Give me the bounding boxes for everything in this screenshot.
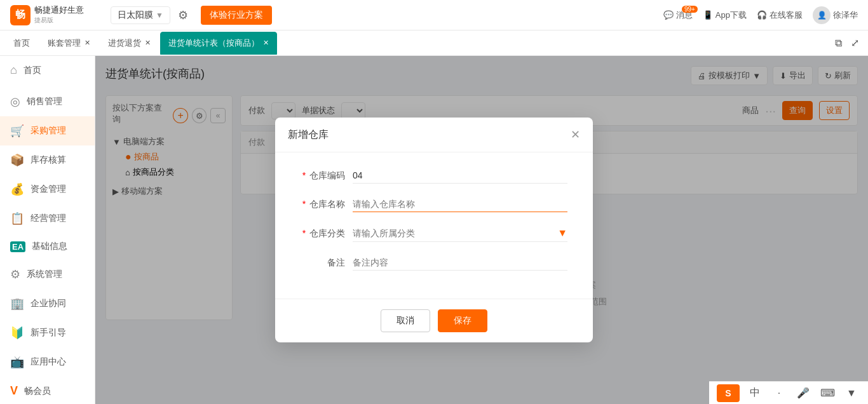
tab-accounts-label: 账套管理 bbox=[48, 37, 81, 49]
messages-badge: 99+ bbox=[682, 6, 698, 13]
home-icon: ⌂ bbox=[10, 64, 17, 77]
sidebar-label-apps: 应用中心 bbox=[31, 356, 66, 368]
modal-body: * 仓库编码 * 仓库名称 bbox=[275, 152, 593, 299]
tab-home-label: 首页 bbox=[13, 37, 30, 49]
main-layout: ⌂ 首页 ◎ 销售管理 🛒 采购管理 📦 库存核算 💰 资金管理 📋 经营管理 … bbox=[0, 56, 868, 404]
sidebar-item-home[interactable]: ⌂ 首页 bbox=[0, 56, 95, 84]
sidebar-label-finance: 资金管理 bbox=[31, 184, 66, 195]
modal-new-warehouse: 新增仓库 ✕ * 仓库编码 * bbox=[275, 118, 593, 342]
tab-expand-btn[interactable]: ⤢ bbox=[847, 37, 863, 49]
sidebar-item-purchase[interactable]: 🛒 采购管理 bbox=[0, 116, 95, 145]
arrow-down-icon[interactable]: ▼ bbox=[843, 384, 860, 402]
save-btn[interactable]: 保存 bbox=[438, 309, 487, 332]
sidebar-label-system: 系统管理 bbox=[27, 269, 62, 280]
finance-icon: 💰 bbox=[10, 182, 24, 196]
tab-purchase-return[interactable]: 进货退货 ✕ bbox=[100, 32, 159, 55]
sidebar-label-purchase: 采购管理 bbox=[31, 125, 66, 137]
required-star: * bbox=[302, 170, 306, 180]
basic-icon: EA bbox=[10, 241, 25, 252]
dot-icon[interactable]: · bbox=[770, 384, 788, 402]
sales-icon: ◎ bbox=[10, 95, 20, 109]
category-input[interactable] bbox=[353, 228, 557, 238]
sidebar-item-sales[interactable]: ◎ 销售管理 bbox=[0, 87, 95, 116]
logo-line2: 捷易版 bbox=[34, 16, 84, 25]
keyboard-icon[interactable]: ⌨ bbox=[818, 384, 836, 402]
message-icon: 💬 bbox=[663, 10, 674, 20]
store-selector[interactable]: 日太阳膜 ▼ bbox=[111, 6, 170, 24]
category-select-wrapper: ▼ bbox=[353, 225, 567, 242]
tab-bar: 首页 账套管理 ✕ 进货退货 ✕ 进货单统计表（按商品） ✕ ⧉ ⤢ bbox=[0, 30, 868, 56]
sidebar-item-enterprise[interactable]: 🏢 企业协同 bbox=[0, 289, 95, 318]
sidebar-item-inventory[interactable]: 📦 库存核算 bbox=[0, 145, 95, 175]
modal-overlay: 新增仓库 ✕ * 仓库编码 * bbox=[95, 56, 868, 404]
note-label: 备注 bbox=[301, 257, 345, 269]
gear-button[interactable]: ⚙ bbox=[173, 5, 193, 25]
apps-icon: 📺 bbox=[10, 355, 24, 369]
sidebar-label-business: 经营管理 bbox=[31, 213, 66, 224]
tab-accounts-close[interactable]: ✕ bbox=[85, 39, 90, 47]
headset-icon: 🎧 bbox=[757, 10, 767, 20]
form-row-note: 备注 bbox=[301, 255, 567, 271]
phone-icon: 📱 bbox=[703, 10, 713, 20]
form-row-name: * 仓库名称 bbox=[301, 196, 567, 212]
form-row-category: * 仓库分类 ▼ bbox=[301, 225, 567, 242]
app-download-item[interactable]: 📱 App下载 bbox=[703, 10, 747, 21]
content-area: 进货单统计(按商品) 🖨 按模板打印 ▼ ⬇ 导出 ↻ 刷新 bbox=[95, 56, 868, 404]
required-star-3: * bbox=[302, 228, 306, 238]
messages-item[interactable]: 💬 消息 99+ bbox=[663, 10, 693, 21]
guide-icon: 🔰 bbox=[10, 326, 24, 340]
sidebar-label-guide: 新手引导 bbox=[31, 327, 66, 339]
sidebar-item-guide[interactable]: 🔰 新手引导 bbox=[0, 318, 95, 347]
sidebar-label-home: 首页 bbox=[24, 65, 41, 76]
sidebar-label-enterprise: 企业协同 bbox=[31, 298, 66, 309]
sidebar-item-vip[interactable]: V 畅会员 bbox=[0, 377, 95, 404]
logo-line1: 畅捷通好生意 bbox=[34, 5, 84, 16]
code-label: * 仓库编码 bbox=[301, 170, 345, 182]
user-item[interactable]: 👤 徐泽华 bbox=[813, 6, 858, 24]
system-icon: ⚙ bbox=[10, 267, 20, 281]
purchase-icon: 🛒 bbox=[10, 124, 24, 138]
chevron-down-icon: ▼ bbox=[156, 11, 163, 20]
modal-close-btn[interactable]: ✕ bbox=[571, 128, 580, 142]
sidebar-item-system[interactable]: ⚙ 系统管理 bbox=[0, 260, 95, 289]
sidebar-item-finance[interactable]: 💰 资金管理 bbox=[0, 175, 95, 204]
sidebar: ⌂ 首页 ◎ 销售管理 🛒 采购管理 📦 库存核算 💰 资金管理 📋 经营管理 … bbox=[0, 56, 95, 404]
avatar: 👤 bbox=[813, 6, 831, 24]
sidebar-label-vip: 畅会员 bbox=[24, 386, 51, 397]
chevron-down-icon-category[interactable]: ▼ bbox=[557, 227, 567, 239]
tab-purchase-stats-close[interactable]: ✕ bbox=[263, 39, 269, 47]
tab-purchase-return-close[interactable]: ✕ bbox=[145, 39, 151, 47]
store-name: 日太阳膜 bbox=[118, 10, 153, 21]
tab-purchase-return-label: 进货退货 bbox=[108, 37, 141, 49]
sidebar-item-basic[interactable]: EA 基础信息 bbox=[0, 233, 95, 260]
sidebar-label-basic: 基础信息 bbox=[32, 241, 67, 252]
tab-purchase-stats[interactable]: 进货单统计表（按商品） ✕ bbox=[160, 32, 277, 55]
user-name: 徐泽华 bbox=[833, 10, 858, 21]
modal-footer: 取消 保存 bbox=[275, 299, 593, 342]
zh-icon[interactable]: 中 bbox=[746, 384, 764, 402]
bottom-bar: S 中 · 🎤 ⌨ ▼ bbox=[709, 381, 868, 404]
sidebar-item-business[interactable]: 📋 经营管理 bbox=[0, 204, 95, 233]
logo-area: 畅 畅捷通好生意 捷易版 bbox=[10, 5, 105, 25]
trial-button[interactable]: 体验行业方案 bbox=[201, 6, 272, 25]
top-bar: 畅 畅捷通好生意 捷易版 日太阳膜 ▼ ⚙ 体验行业方案 💬 消息 99+ 📱 … bbox=[0, 0, 868, 30]
tab-restore-btn[interactable]: ⧉ bbox=[831, 37, 846, 49]
required-star-2: * bbox=[302, 199, 306, 209]
tab-home[interactable]: 首页 bbox=[5, 32, 38, 55]
business-icon: 📋 bbox=[10, 212, 24, 226]
name-input[interactable] bbox=[353, 196, 567, 212]
mic-icon[interactable]: 🎤 bbox=[794, 384, 812, 402]
category-label: * 仓库分类 bbox=[301, 228, 345, 239]
tab-purchase-stats-label: 进货单统计表（按商品） bbox=[168, 37, 259, 49]
tab-accounts[interactable]: 账套管理 ✕ bbox=[39, 32, 98, 55]
note-input[interactable] bbox=[353, 255, 567, 271]
sidebar-item-apps[interactable]: 📺 应用中心 bbox=[0, 347, 95, 377]
name-label: * 仓库名称 bbox=[301, 199, 345, 210]
code-input[interactable] bbox=[353, 168, 567, 184]
cancel-btn[interactable]: 取消 bbox=[381, 309, 430, 332]
service-label: 在线客服 bbox=[770, 10, 803, 21]
top-right: 💬 消息 99+ 📱 App下载 🎧 在线客服 👤 徐泽华 bbox=[663, 6, 858, 24]
enterprise-icon: 🏢 bbox=[10, 297, 24, 311]
modal-title: 新增仓库 bbox=[288, 128, 329, 142]
service-item[interactable]: 🎧 在线客服 bbox=[757, 10, 803, 21]
